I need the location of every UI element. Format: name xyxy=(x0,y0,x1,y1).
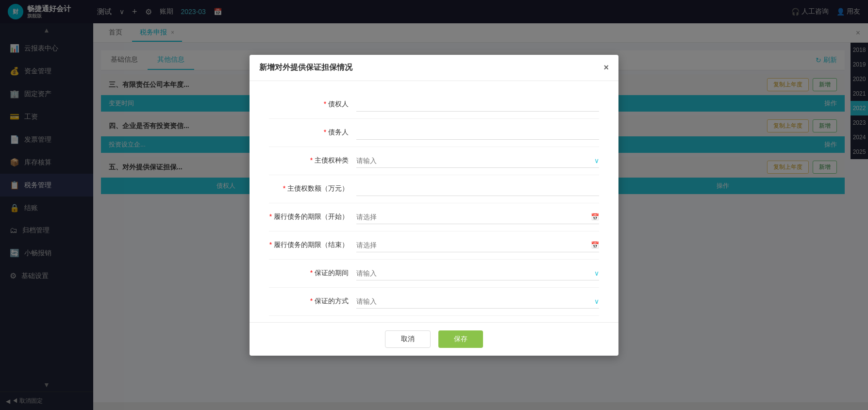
form-row-guarantee-period: * 保证的期间 ∨ xyxy=(269,260,599,288)
label-period-end: * 履行债务的期限（结束） xyxy=(269,241,356,249)
date-period-end[interactable]: 📅 xyxy=(356,238,599,252)
dialog-header: 新增对外提供保证担保情况 × xyxy=(250,55,618,81)
form-row-claim-type: * 主债权种类 ∨ xyxy=(269,147,599,175)
dialog-title: 新增对外提供保证担保情况 xyxy=(259,63,352,73)
label-creditor: * 债权人 xyxy=(269,100,356,109)
dialog-footer: 取消 保存 xyxy=(250,322,618,356)
input-creditor[interactable] xyxy=(356,98,599,112)
select-guarantee-method[interactable]: ∨ xyxy=(356,295,599,309)
select-claim-type[interactable]: ∨ xyxy=(356,154,599,168)
input-claim-amount[interactable] xyxy=(356,182,599,196)
save-button[interactable]: 保存 xyxy=(438,330,483,348)
input-guarantee-period[interactable] xyxy=(356,269,594,277)
label-claim-amount: * 主债权数额（万元） xyxy=(269,184,356,193)
calendar-start-icon[interactable]: 📅 xyxy=(591,213,599,221)
select-guarantee-period[interactable]: ∨ xyxy=(356,266,599,280)
label-guarantee-period: * 保证的期间 xyxy=(269,269,356,278)
dialog-body: * 债权人 * 债务人 * 主债权种类 xyxy=(250,81,618,322)
input-claim-type[interactable] xyxy=(356,157,594,164)
required-mark-debtor: * xyxy=(324,128,326,136)
cancel-button[interactable]: 取消 xyxy=(385,330,431,348)
dialog-close-button[interactable]: × xyxy=(603,63,609,72)
form-row-guarantee-method: * 保证的方式 ∨ xyxy=(269,288,599,316)
required-mark-amount: * xyxy=(283,184,285,192)
label-guarantee-method: * 保证的方式 xyxy=(269,297,356,306)
calendar-end-icon[interactable]: 📅 xyxy=(591,241,599,249)
add-guarantee-dialog: 新增对外提供保证担保情况 × * 债权人 * 债务人 xyxy=(250,55,618,356)
required-mark: * xyxy=(324,100,326,108)
label-debtor: * 债务人 xyxy=(269,128,356,137)
input-debtor[interactable] xyxy=(356,126,599,140)
input-period-start[interactable] xyxy=(356,213,591,221)
chevron-gperiod-icon: ∨ xyxy=(594,269,599,277)
form-row-creditor: * 债权人 xyxy=(269,91,599,119)
required-mark-start: * xyxy=(269,213,272,220)
date-period-start[interactable]: 📅 xyxy=(356,210,599,224)
required-mark-end: * xyxy=(269,241,272,248)
dialog-overlay: 新增对外提供保证担保情况 × * 债权人 * 债务人 xyxy=(0,0,868,410)
form-row-period-end: * 履行债务的期限（结束） 📅 xyxy=(269,231,599,260)
required-mark-gperiod: * xyxy=(310,269,313,277)
label-period-start: * 履行债务的期限（开始） xyxy=(269,213,356,221)
form-row-claim-amount: * 主债权数额（万元） xyxy=(269,175,599,203)
chevron-gmethod-icon: ∨ xyxy=(594,297,599,305)
label-claim-type: * 主债权种类 xyxy=(269,156,356,165)
required-mark-claim: * xyxy=(310,156,313,164)
required-mark-gmethod: * xyxy=(310,297,313,305)
form-row-debtor: * 债务人 xyxy=(269,119,599,147)
chevron-claim-icon: ∨ xyxy=(594,157,599,164)
input-guarantee-method[interactable] xyxy=(356,297,594,305)
form-row-period-start: * 履行债务的期限（开始） 📅 xyxy=(269,203,599,231)
input-period-end[interactable] xyxy=(356,241,591,249)
